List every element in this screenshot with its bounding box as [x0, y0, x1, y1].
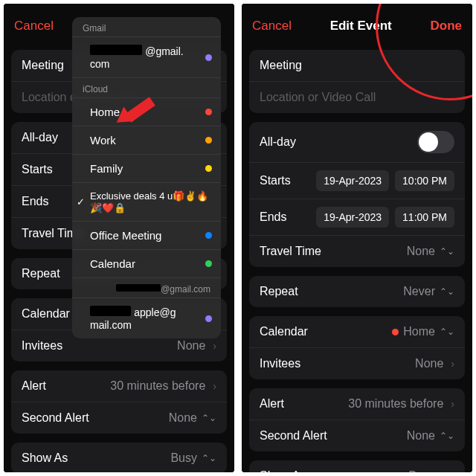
select-arrows-icon: ⌃⌄ [440, 471, 454, 472]
select-arrows-icon: ⌃⌄ [440, 431, 454, 441]
dropdown-item-work[interactable]: Work [72, 126, 221, 154]
chevron-right-icon: › [451, 358, 454, 370]
calendar-color-dot [205, 109, 212, 115]
calendar-color-dot [205, 54, 212, 61]
dropdown-item-apple-account[interactable]: apple@g mail.com [72, 298, 221, 338]
invitees-label: Invitees [22, 339, 62, 353]
allday-toggle[interactable] [417, 131, 454, 153]
second-alert-label: Second Alert [22, 411, 89, 425]
select-arrows-icon: ⌃⌄ [440, 327, 454, 337]
time-section: All-day Starts 19-Apr-2023 10:00 PM Ends… [249, 122, 465, 267]
calendar-label: Calendar [22, 307, 70, 321]
chevron-right-icon: › [213, 340, 216, 352]
calendar-color-dot [392, 329, 399, 335]
invitees-value: None› [415, 357, 454, 370]
check-icon: ✓ [77, 196, 85, 208]
starts-label: Starts [260, 174, 291, 187]
calendar-label: Calendar [260, 325, 308, 338]
showas-section: Show As Busy⌃⌄ [11, 443, 227, 472]
start-date-button[interactable]: 19-Apr-2023 [316, 170, 389, 191]
calendar-color-dot [205, 165, 212, 172]
location-placeholder: Location or Video Call [260, 91, 376, 104]
alert-section: Alert 30 minutes before› Second Alert No… [11, 370, 227, 434]
calendar-color-dot [205, 137, 212, 144]
repeat-section: Repeat Never⌃⌄ [249, 276, 465, 307]
showas-label: Show As [22, 451, 68, 465]
travel-label: Travel Time [260, 245, 321, 258]
right-screenshot: Cancel Edit Event Done Meeting Location … [242, 4, 472, 472]
repeat-label: Repeat [22, 267, 60, 280]
calendar-row[interactable]: Calendar Home⌃⌄ [249, 316, 465, 347]
dropdown-section-other: @gmail.com [72, 277, 221, 298]
starts-row: Starts 19-Apr-2023 10:00 PM [249, 162, 465, 199]
chevron-right-icon: › [451, 398, 454, 410]
title-text: Meeting [22, 59, 64, 72]
calendar-color-dot [205, 315, 212, 322]
ends-label: Ends [260, 210, 286, 224]
alert-row[interactable]: Alert 30 minutes before› [11, 370, 227, 402]
redacted-email [116, 284, 161, 292]
start-time-button[interactable]: 10:00 PM [395, 170, 454, 191]
calendar-section: Calendar Home⌃⌄ Invitees None› [249, 316, 465, 379]
second-alert-label: Second Alert [260, 429, 327, 443]
showas-value: Busy⌃⌄ [408, 469, 454, 472]
end-date-button[interactable]: 19-Apr-2023 [316, 207, 389, 228]
select-arrows-icon: ⌃⌄ [202, 413, 216, 423]
cancel-button[interactable]: Cancel [252, 19, 292, 33]
left-screen: Cancel Meeting Location or Video Call Al… [4, 4, 234, 472]
dropdown-section-gmail: Gmail [72, 17, 221, 36]
repeat-value: Never⌃⌄ [403, 285, 454, 298]
dropdown-item-gmail-account[interactable]: @gmail. com [72, 36, 221, 77]
dropdown-item-calendar[interactable]: Calendar [72, 249, 221, 277]
cancel-button[interactable]: Cancel [14, 19, 54, 33]
chevron-right-icon: › [213, 380, 216, 392]
showas-section: Show As Busy⌃⌄ [249, 460, 465, 472]
second-alert-row[interactable]: Second Alert None⌃⌄ [249, 419, 465, 451]
repeat-label: Repeat [260, 285, 298, 298]
second-alert-row[interactable]: Second Alert None⌃⌄ [11, 402, 227, 434]
showas-value: Busy⌃⌄ [170, 451, 216, 465]
allday-label: All-day [260, 135, 296, 149]
left-screenshot: Cancel Meeting Location or Video Call Al… [4, 4, 234, 472]
select-arrows-icon: ⌃⌄ [440, 286, 454, 297]
redacted-email [90, 306, 131, 316]
alert-row[interactable]: Alert 30 minutes before› [249, 388, 465, 419]
showas-row[interactable]: Show As Busy⌃⌄ [249, 460, 465, 472]
alert-label: Alert [260, 397, 284, 411]
alert-section: Alert 30 minutes before› Second Alert No… [249, 388, 465, 451]
calendar-picker-dropdown: Gmail @gmail. com iCloud Home Work Famil… [72, 17, 221, 338]
calendar-color-dot [205, 232, 212, 239]
end-time-button[interactable]: 11:00 PM [395, 207, 454, 228]
dropdown-item-office-meeting[interactable]: Office Meeting [72, 221, 221, 249]
repeat-row[interactable]: Repeat Never⌃⌄ [249, 276, 465, 307]
dropdown-item-home[interactable]: Home [72, 97, 221, 126]
dropdown-item-family[interactable]: Family [72, 154, 221, 182]
allday-row: All-day [249, 122, 465, 162]
second-alert-value: None⌃⌄ [169, 411, 216, 425]
showas-row[interactable]: Show As Busy⌃⌄ [11, 443, 227, 472]
showas-label: Show As [260, 469, 306, 472]
redacted-email [90, 45, 142, 55]
select-arrows-icon: ⌃⌄ [202, 453, 216, 463]
invitees-row[interactable]: Invitees None› [249, 347, 465, 379]
invitees-value: None› [177, 339, 216, 353]
second-alert-value: None⌃⌄ [407, 429, 454, 443]
starts-label: Starts [22, 163, 53, 176]
alert-value: 30 minutes before› [110, 379, 216, 393]
calendar-color-dot [205, 260, 212, 267]
title-text: Meeting [260, 59, 302, 72]
invitees-label: Invitees [260, 357, 300, 370]
ends-label: Ends [22, 195, 48, 208]
dropdown-item-exclusive-deals[interactable]: ✓ Exclusive deals 4 u🎁✌️🔥🎉❤️🔒 [72, 182, 221, 221]
ends-row: Ends 19-Apr-2023 11:00 PM [249, 199, 465, 235]
dropdown-section-icloud: iCloud [72, 77, 221, 97]
calendar-value: Home⌃⌄ [392, 325, 454, 338]
travel-time-row[interactable]: Travel Time None⌃⌄ [249, 235, 465, 267]
travel-value: None⌃⌄ [407, 245, 454, 258]
select-arrows-icon: ⌃⌄ [440, 246, 454, 257]
allday-label: All-day [22, 131, 58, 144]
right-screen: Cancel Edit Event Done Meeting Location … [242, 4, 472, 472]
alert-label: Alert [22, 379, 46, 393]
alert-value: 30 minutes before› [348, 397, 454, 411]
